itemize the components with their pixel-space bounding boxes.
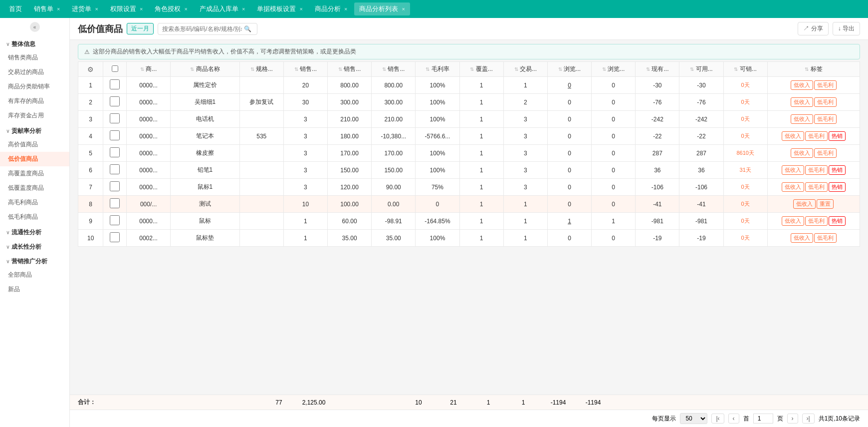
row-checkbox[interactable] [103,196,127,213]
last-page-btn[interactable]: ›| [802,414,815,424]
nav-item-产成品入库单[interactable]: 产成品入库单 × [195,2,250,15]
row-select-checkbox[interactable] [110,181,120,191]
sidebar-item-高毛利商品[interactable]: 高毛利商品 [0,195,69,210]
search-box[interactable]: 🔍 [158,23,257,35]
sort-icon[interactable]: ⇅ [382,66,386,72]
nav-item-首页[interactable]: 首页 [4,2,27,15]
nav-item-角色授权[interactable]: 角色授权 × [150,2,192,15]
sidebar-collapse-btn[interactable]: « [30,22,40,32]
sidebar-item-销售类商品[interactable]: 销售类商品 [0,50,69,65]
sort-icon[interactable]: ⇅ [470,66,474,72]
export-button[interactable]: ↓ 导出 [833,22,860,35]
sidebar-item-低毛利商品[interactable]: 低毛利商品 [0,210,69,224]
sidebar-section-贡献率分析[interactable]: ∨ 贡献率分析 [0,123,69,137]
row-select-checkbox[interactable] [110,215,120,225]
col-header-16[interactable]: ⇅ 标签 [767,62,860,77]
col-header-4[interactable]: ⇅ 规格... [239,62,283,77]
row-checkbox[interactable] [103,128,127,145]
filter-tag[interactable]: 近一月 [127,23,154,34]
row-checkbox[interactable] [103,162,127,179]
row-select-checkbox[interactable] [110,113,120,123]
nav-item-商品分析列表[interactable]: 商品分析列表 × [354,2,410,15]
sort-icon[interactable]: ⇅ [190,66,194,72]
search-input[interactable] [162,25,242,32]
sort-icon[interactable]: ⇅ [602,66,606,72]
gear-icon[interactable]: ⚙ [87,65,94,73]
row-checkbox[interactable] [103,77,127,94]
sidebar-item-有库存的商品[interactable]: 有库存的商品 [0,94,69,108]
col-header-6[interactable]: ⇅ 销售... [328,62,372,77]
sort-icon[interactable]: ⇅ [690,66,694,72]
first-page-btn[interactable]: |‹ [711,414,724,424]
row-checkbox[interactable] [103,111,127,128]
row-select-checkbox[interactable] [110,96,120,106]
next-page-btn[interactable]: › [787,414,798,424]
sort-icon[interactable]: ⇅ [805,66,809,72]
col-header-8[interactable]: ⇅ 毛利率 [416,62,459,77]
col-header-5[interactable]: ⇅ 销售... [283,62,327,77]
sort-icon[interactable]: ⇅ [558,66,562,72]
sidebar-section-营销推广分析[interactable]: ∨ 营销推广分析 [0,253,69,268]
sidebar-section-流通性分析[interactable]: ∨ 流通性分析 [0,224,69,239]
nav-close-icon[interactable]: × [138,6,143,12]
sort-icon[interactable]: ⇅ [338,66,342,72]
browse-link[interactable]: 0 [568,82,571,89]
sidebar-item-交易过的商品[interactable]: 交易过的商品 [0,65,69,79]
share-button[interactable]: ↗ 分享 [798,22,828,35]
sort-icon[interactable]: ⇅ [140,66,144,72]
col-header-12[interactable]: ⇅ 浏览... [592,62,636,77]
sort-icon[interactable]: ⇅ [294,66,298,72]
row-select-checkbox[interactable] [110,130,120,140]
browse-link[interactable]: 1 [568,218,571,225]
sort-icon[interactable]: ⇅ [426,66,430,72]
nav-close-icon[interactable]: × [93,6,98,12]
row-checkbox[interactable] [103,94,127,111]
search-icon[interactable]: 🔍 [244,25,251,32]
col-header-15[interactable]: ⇅ 可销... [723,62,767,77]
col-header-13[interactable]: ⇅ 现有... [636,62,679,77]
row-select-checkbox[interactable] [110,164,120,174]
page-size-select[interactable]: 50 100 [680,413,707,424]
nav-item-销售单[interactable]: 销售单 × [29,2,65,15]
col-header-14[interactable]: ⇅ 可用... [679,62,723,77]
nav-close-icon[interactable]: × [298,6,302,12]
nav-close-icon[interactable]: × [240,6,245,12]
sidebar-item-新品[interactable]: 新品 [0,282,69,297]
col-header-2[interactable]: ⇅ 商... [126,62,170,77]
nav-close-icon[interactable]: × [183,6,187,12]
sort-icon[interactable]: ⇅ [514,66,518,72]
nav-item-进货单[interactable]: 进货单 × [67,2,103,15]
nav-item-权限设置[interactable]: 权限设置 × [105,2,148,15]
nav-close-icon[interactable]: × [343,6,347,12]
sort-icon[interactable]: ⇅ [646,66,650,72]
col-header-9[interactable]: ⇅ 覆盖... [459,62,503,77]
row-select-checkbox[interactable] [110,147,120,157]
row-select-checkbox[interactable] [110,232,120,242]
page-number-input[interactable] [753,414,773,424]
nav-close-icon[interactable]: × [55,6,60,12]
sidebar-item-商品分类助销率[interactable]: 商品分类助销率 [0,79,69,94]
sidebar-item-库存资金占用[interactable]: 库存资金占用 [0,108,69,123]
row-checkbox[interactable] [103,179,127,196]
sort-icon[interactable]: ⇅ [734,66,738,72]
sidebar-item-低覆盖度商品[interactable]: 低覆盖度商品 [0,181,69,195]
select-all-checkbox[interactable] [112,65,118,72]
nav-item-单据模板设置[interactable]: 单据模板设置 × [252,2,307,15]
sidebar-section-成长性分析[interactable]: ∨ 成长性分析 [0,239,69,253]
sidebar-item-全部商品[interactable]: 全部商品 [0,268,69,282]
prev-page-btn[interactable]: ‹ [728,414,739,424]
col-header-10[interactable]: ⇅ 交易... [503,62,547,77]
row-checkbox[interactable] [103,145,127,162]
nav-close-icon[interactable]: × [400,6,405,12]
sidebar-section-整体信息[interactable]: ∨ 整体信息 [0,36,69,50]
col-header-3[interactable]: ⇅ 商品名称 [171,62,240,77]
row-select-checkbox[interactable] [110,198,120,208]
col-header-11[interactable]: ⇅ 浏览... [547,62,591,77]
row-checkbox[interactable] [103,230,127,247]
sidebar-item-低价值商品[interactable]: 低价值商品 [0,152,69,166]
sidebar-item-高价值商品[interactable]: 高价值商品 [0,137,69,152]
row-checkbox[interactable] [103,213,127,230]
col-header-7[interactable]: ⇅ 销售... [372,62,416,77]
row-select-checkbox[interactable] [110,79,120,89]
sidebar-item-高覆盖度商品[interactable]: 高覆盖度商品 [0,166,69,181]
